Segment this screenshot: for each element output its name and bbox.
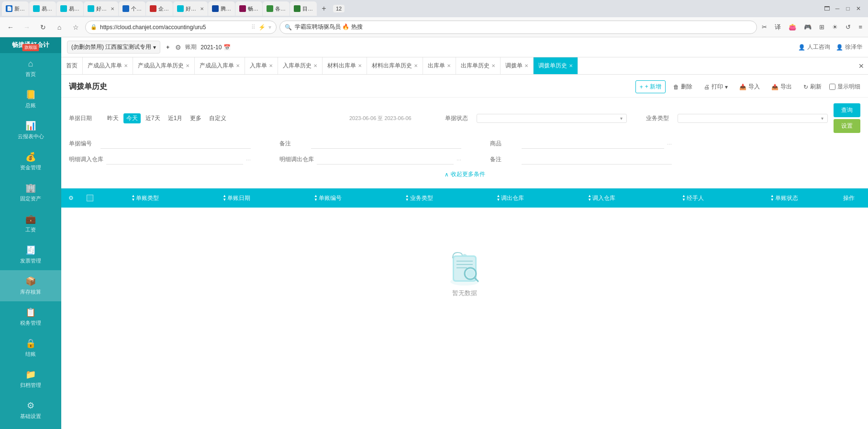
sidebar-item-archive[interactable]: 📁 归档管理 (0, 363, 61, 395)
browser-tab-2[interactable]: 易… (29, 1, 56, 16)
browser-tab-5[interactable]: 个… (119, 1, 145, 16)
close-tab-3[interactable]: ✕ (236, 63, 240, 68)
browser-tab-4[interactable]: 好… ✕ (84, 1, 118, 16)
page-tab-2[interactable]: 产成品入库单历史 ✕ (133, 57, 195, 75)
address-bar[interactable]: 🔒 https://cloud.chanjet.com/accounting/u… (85, 21, 277, 34)
import-button[interactable]: 📥 导入 (735, 81, 764, 93)
wallet-icon[interactable]: 👛 (787, 22, 798, 32)
page-tab-11[interactable]: 调拨单历史 ✕ (534, 57, 578, 75)
home-button[interactable]: ⌂ (53, 21, 66, 34)
date-btn-more[interactable]: 更多 (187, 113, 204, 123)
close-tab-7[interactable]: ✕ (414, 63, 418, 68)
th-doc-date[interactable]: ▲▼ 单账日期 (191, 194, 282, 202)
sidebar-item-settings[interactable]: ⚙ 基础设置 (0, 395, 61, 426)
display-toggle[interactable]: 显示明细 (829, 83, 860, 91)
remark-input[interactable] (311, 139, 461, 149)
th-handler[interactable]: ▲▼ 经手人 (647, 194, 739, 202)
date-btn-7days[interactable]: 近7天 (143, 113, 163, 123)
page-tab-7[interactable]: 材料出库单历史 ✕ (367, 57, 423, 75)
company-selector[interactable]: (勿删勿禁用) 江西服宝测试专用 ▾ (67, 41, 160, 54)
new-button[interactable]: + + 新增 (635, 80, 666, 93)
th-doc-type[interactable]: ▲▼ 单账类型 (100, 194, 191, 202)
page-tab-8[interactable]: 出库单 ✕ (423, 57, 456, 75)
sidebar-item-guide[interactable]: 📖 新手引导 (0, 426, 61, 429)
close-tab-7[interactable]: ✕ (200, 6, 204, 11)
print-button[interactable]: 🖨 打印 ▾ (700, 81, 732, 93)
close-tab-4[interactable]: ✕ (111, 6, 114, 11)
page-tab-6[interactable]: 材料出库单 ✕ (323, 57, 367, 75)
scissors-icon[interactable]: ✂ (760, 22, 769, 32)
window-minimize[interactable]: ─ (834, 5, 841, 12)
browser-tab-1[interactable]: 📄 新… (2, 1, 29, 16)
status-select[interactable]: ▾ (477, 114, 627, 123)
detail-out-input[interactable] (317, 154, 454, 165)
browser-tab-10[interactable]: 各… (263, 1, 289, 16)
game-icon[interactable]: 🎮 (802, 22, 813, 32)
help-button[interactable]: 👤 人工咨询 (798, 43, 830, 51)
sidebar-item-ledger[interactable]: 📒 总账 (0, 84, 61, 115)
date-btn-custom[interactable]: 自定义 (206, 113, 229, 123)
undo-icon[interactable]: ↺ (844, 22, 853, 32)
forward-button[interactable]: → (20, 21, 33, 34)
menu-icon[interactable]: ≡ (857, 22, 864, 32)
sidebar-item-invoice[interactable]: 🧾 发票管理 (0, 239, 61, 270)
brightness-icon[interactable]: ☀ (830, 22, 840, 32)
goods-dots[interactable]: ··· (667, 141, 672, 147)
new-tab-button[interactable]: + (317, 2, 331, 15)
window-maximize[interactable]: □ (844, 5, 852, 12)
page-tab-10[interactable]: 调拨单 ✕ (501, 57, 534, 75)
date-btn-today[interactable]: 今天 (123, 113, 141, 123)
page-tab-9[interactable]: 出库单历史 ✕ (456, 57, 501, 75)
grid-icon[interactable]: ⊞ (817, 22, 826, 32)
page-tab-4[interactable]: 入库单 ✕ (245, 57, 278, 75)
sidebar-item-inventory[interactable]: 📦 库存核算 (0, 270, 61, 301)
browser-tab-6[interactable]: 企… (146, 1, 173, 16)
detail-in-dots[interactable]: ··· (246, 156, 251, 163)
th-doc-num[interactable]: ▲▼ 单账编号 (282, 194, 374, 202)
biz-type-select[interactable]: ▾ (678, 114, 828, 123)
page-tab-home[interactable]: 首页 (61, 57, 83, 75)
browser-tab-11[interactable]: 目… (290, 1, 317, 16)
translate-icon[interactable]: 译 (773, 22, 783, 33)
header-checkbox[interactable] (87, 195, 93, 201)
user-info[interactable]: 👤 徐泽华 (836, 43, 862, 51)
sidebar-item-payroll[interactable]: 💼 工资 (0, 208, 61, 239)
sidebar-item-tax[interactable]: 📋 税务管理 (0, 301, 61, 332)
th-out-warehouse[interactable]: ▲▼ 调出仓库 (465, 194, 556, 202)
page-tab-5[interactable]: 入库单历史 ✕ (278, 57, 323, 75)
page-tab-1[interactable]: 产成品入库单 ✕ (83, 57, 133, 75)
back-button[interactable]: ← (4, 21, 17, 34)
delete-button[interactable]: 🗑 删除 (669, 81, 696, 93)
refresh-button[interactable]: ↻ (36, 21, 50, 34)
period-value[interactable]: 2021-10 📅 (200, 44, 231, 51)
settings-icon-header[interactable]: ⚙ (175, 44, 181, 51)
star-button[interactable]: ☆ (69, 21, 82, 34)
sidebar-item-assets[interactable]: 🏢 固定资产 (0, 177, 61, 208)
collapse-button[interactable]: ∧ 收起更多条件 (439, 168, 491, 180)
close-tab-8[interactable]: ✕ (447, 63, 451, 68)
sidebar-item-reports[interactable]: 📊 云报表中心 (0, 115, 61, 146)
goods-input[interactable] (522, 139, 664, 149)
add-company-btn[interactable]: + (166, 44, 169, 51)
th-in-warehouse[interactable]: ▲▼ 调入仓库 (556, 194, 647, 202)
close-tab-9[interactable]: ✕ (491, 63, 495, 68)
window-restore[interactable]: 🗖 (823, 5, 831, 12)
browser-tab-8[interactable]: 腾… (208, 1, 235, 16)
th-doc-status[interactable]: ▲▼ 单账状态 (738, 194, 830, 202)
close-tab-4[interactable]: ✕ (269, 63, 273, 68)
query-button[interactable]: 查询 (834, 103, 860, 117)
th-checkbox[interactable] (80, 195, 100, 201)
close-tab-2[interactable]: ✕ (186, 63, 189, 68)
page-tab-3[interactable]: 产成品入库单 ✕ (195, 57, 245, 75)
close-tab-6[interactable]: ✕ (358, 63, 362, 68)
window-close[interactable]: ✕ (855, 5, 862, 12)
display-checkbox[interactable] (829, 84, 835, 90)
browser-tab-7[interactable]: 好… ✕ (173, 1, 208, 16)
detail-remark-input[interactable] (522, 154, 672, 165)
date-btn-yesterday[interactable]: 昨天 (104, 113, 122, 123)
sidebar-item-closing[interactable]: 🔒 结账 (0, 332, 61, 363)
detail-in-input[interactable] (106, 154, 243, 165)
close-tab-1[interactable]: ✕ (124, 63, 128, 68)
date-btn-1month[interactable]: 近1月 (165, 113, 186, 123)
browser-tab-9[interactable]: 畅… (235, 1, 262, 16)
